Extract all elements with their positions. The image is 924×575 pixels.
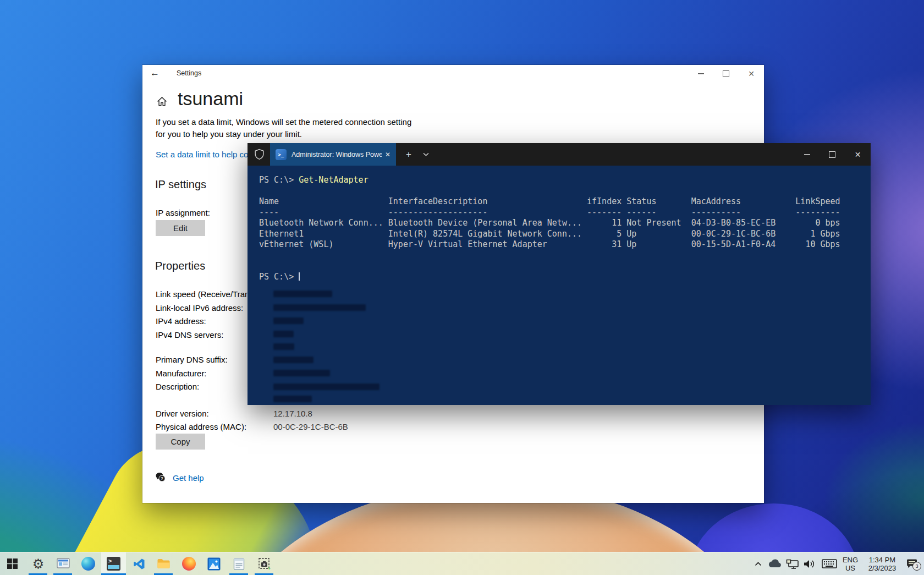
taskbar-edge-button[interactable] [76, 552, 101, 575]
property-value: 12.17.10.8 [273, 409, 312, 418]
settings-titlebar[interactable]: ← Settings ✕ [142, 65, 764, 83]
notepad-icon [233, 557, 245, 571]
terminal-body[interactable]: PS C:\> Get-NetAdapter Name InterfaceDes… [248, 166, 871, 405]
ip-settings-heading: IP settings [155, 178, 206, 191]
command-line: PS C:\> Get-NetAdapter [259, 175, 871, 186]
table-header: Name InterfaceDescription ifIndex Status… [259, 196, 871, 207]
system-properties-icon [57, 558, 70, 569]
taskbar-settings-button[interactable]: ⚙ [26, 552, 51, 575]
copy-button[interactable]: Copy [156, 434, 205, 450]
acrylic-bleed [273, 331, 294, 337]
property-row: Link-local IPv6 address: [156, 303, 243, 313]
acrylic-bleed [273, 291, 332, 297]
data-limit-description-line1: If you set a data limit, Windows will se… [156, 117, 411, 127]
terminal-maximize-button[interactable] [820, 143, 845, 166]
table-row: Bluetooth Network Conn... Bluetooth Devi… [259, 218, 871, 229]
terminal-titlebar[interactable]: >_ Administrator: Windows Powe ✕ + ✕ [248, 143, 871, 166]
start-button[interactable] [0, 552, 25, 575]
network-icon[interactable] [785, 552, 800, 575]
admin-shield-icon [254, 149, 265, 162]
tray-date: 2/3/2023 [868, 564, 897, 572]
language-region: US [843, 564, 858, 572]
taskbar: ⚙ > [0, 552, 924, 575]
touch-keyboard-icon[interactable] [821, 552, 838, 575]
greenshot-icon: + [258, 557, 271, 571]
table-separator: ---- -------------------- ------- ------… [259, 207, 871, 218]
clock[interactable]: 1:34 PM2/3/2023 [860, 552, 904, 575]
taskbar-photos-button[interactable] [201, 552, 226, 575]
property-row: Manufacturer: [156, 369, 207, 379]
tray-time: 1:34 PM [868, 556, 897, 564]
svg-text:+: + [267, 565, 270, 571]
ip-assignment-label: IP assignment: [156, 208, 210, 217]
properties-heading: Properties [155, 260, 205, 272]
settings-window-title: Settings [177, 69, 201, 77]
get-help-icon: ? [155, 472, 166, 484]
acrylic-bleed [273, 304, 366, 311]
folder-icon [157, 558, 170, 569]
property-row: Description: [156, 382, 199, 392]
notification-badge: 3 [912, 562, 921, 571]
property-row: Driver version: 12.17.10.8 [156, 409, 209, 419]
table-row: vEthernet (WSL) Hyper-V Virtual Ethernet… [259, 239, 871, 250]
acrylic-bleed [273, 370, 330, 376]
back-arrow-icon[interactable]: ← [150, 68, 160, 79]
edge-icon [81, 557, 95, 571]
firefox-icon [182, 557, 196, 571]
prompt-line: PS C:\> [259, 272, 871, 283]
settings-minimize-button[interactable] [688, 65, 713, 82]
acrylic-bleed [273, 343, 294, 350]
photos-icon [207, 557, 221, 571]
settings-maximize-button[interactable] [713, 65, 739, 82]
tab-dropdown-button[interactable] [419, 143, 433, 166]
terminal-minimize-button[interactable] [794, 143, 820, 166]
terminal-output: PS C:\> Get-NetAdapter Name InterfaceDes… [259, 175, 871, 282]
acrylic-bleed [273, 317, 304, 324]
powershell-icon: >_ [276, 149, 287, 160]
get-help-link[interactable]: Get help [173, 473, 204, 483]
taskbar-firefox-button[interactable] [177, 552, 201, 575]
notifications-icon: 3 [906, 559, 917, 568]
taskbar-file-explorer-button[interactable] [151, 552, 176, 575]
command-text: Get-NetAdapter [299, 175, 368, 185]
windows-terminal-icon: > [107, 557, 120, 571]
tab-title: Administrator: Windows Powe [292, 151, 382, 158]
tray-overflow-chevron[interactable] [750, 552, 766, 575]
taskbar-vscode-button[interactable] [127, 552, 151, 575]
terminal-close-button[interactable]: ✕ [845, 143, 871, 166]
table-row: Ethernet1 Intel(R) 82574L Gigabit Networ… [259, 229, 871, 240]
property-row: IPv4 address: [156, 316, 206, 326]
property-value: 00-0C-29-1C-BC-6B [273, 422, 348, 431]
taskbar-greenshot-button[interactable]: + [252, 552, 277, 575]
property-row: Primary DNS suffix: [156, 355, 228, 365]
action-center-button[interactable]: 3 [902, 552, 922, 575]
acrylic-bleed [273, 384, 380, 390]
settings-close-button[interactable]: ✕ [739, 65, 764, 82]
desktop: ← Settings ✕ tsunami If you set a data l… [0, 0, 924, 575]
property-row: IPv4 DNS servers: [156, 330, 223, 340]
language-indicator[interactable]: ENGUS [840, 552, 860, 575]
taskbar-system-properties-button[interactable] [51, 552, 75, 575]
onedrive-cloud-icon[interactable] [767, 552, 782, 575]
page-title: tsunami [178, 88, 243, 109]
edit-button[interactable]: Edit [156, 220, 205, 236]
acrylic-bleed [273, 357, 314, 363]
text-cursor [299, 272, 300, 281]
gear-icon: ⚙ [32, 557, 45, 571]
home-icon [156, 96, 168, 109]
tab-close-icon[interactable]: ✕ [382, 151, 391, 158]
taskbar-notepad-button[interactable] [227, 552, 251, 575]
set-data-limit-link[interactable]: Set a data limit to help con [156, 150, 253, 159]
new-tab-button[interactable]: + [402, 143, 416, 166]
terminal-window: >_ Administrator: Windows Powe ✕ + ✕ [248, 143, 871, 405]
data-limit-description-line2: for you to help you stay under your limi… [156, 129, 302, 139]
volume-icon[interactable] [801, 552, 818, 575]
tab-administrator-powershell[interactable]: >_ Administrator: Windows Powe ✕ [270, 143, 396, 166]
windows-logo-icon [7, 558, 18, 569]
acrylic-bleed [273, 396, 312, 402]
property-row: Physical address (MAC): 00-0C-29-1C-BC-6… [156, 422, 246, 432]
property-row: Link speed (Receive/Transm [156, 289, 260, 299]
vscode-icon [133, 557, 146, 571]
taskbar-terminal-button[interactable]: > [101, 552, 126, 575]
svg-text:?: ? [161, 476, 163, 481]
